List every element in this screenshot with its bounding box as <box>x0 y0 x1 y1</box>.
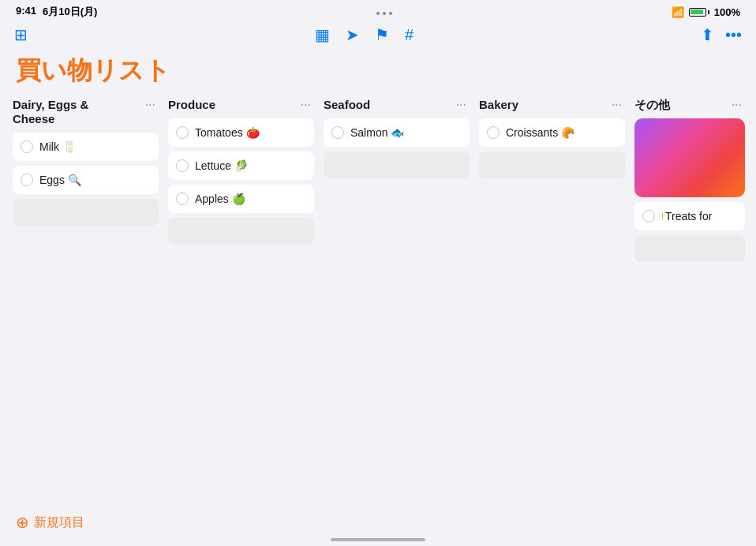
new-item-label: 新規項目 <box>34 514 84 531</box>
column-seafood: Seafood···Salmon 🐟 <box>324 98 470 502</box>
sidebar-toggle-button[interactable]: ⊞ <box>14 25 28 44</box>
item-checkbox[interactable] <box>176 126 189 139</box>
list-item <box>324 151 470 178</box>
battery-fill <box>691 9 703 14</box>
status-bar: 9:41 6月10日(月) 📶 100% <box>0 0 756 22</box>
column-menu-other[interactable]: ··· <box>728 98 745 112</box>
list-item <box>13 199 159 226</box>
page-title: 買い物リスト <box>0 49 756 98</box>
toolbar: ⊞ ▦ ➤ ⚑ # ⬆ ••• <box>0 22 756 49</box>
column-other: その他···!Treats for <box>634 98 745 502</box>
dot3 <box>389 12 392 15</box>
column-produce: Produce···Tomatoes 🍅Lettuce 🥬Apples 🍏 <box>168 98 314 502</box>
status-center <box>376 9 392 15</box>
toolbar-right: ⬆ ••• <box>701 25 742 44</box>
home-indicator <box>331 538 425 541</box>
column-header-other: その他··· <box>634 98 745 112</box>
item-text: Milk 🥛 <box>39 140 76 153</box>
column-header-dairy: Dairy, Eggs & Cheese··· <box>13 98 159 126</box>
list-item <box>168 218 314 245</box>
photo-card <box>634 118 745 197</box>
list-item[interactable]: Milk 🥛 <box>13 133 159 161</box>
share-button[interactable]: ⬆ <box>701 25 714 44</box>
new-item-button[interactable]: ⊕ 新規項目 <box>16 513 84 532</box>
battery-body <box>689 8 706 17</box>
columns-container: Dairy, Eggs & Cheese···Milk 🥛Eggs 🔍Produ… <box>0 98 756 502</box>
column-header-bakery: Bakery··· <box>479 98 625 112</box>
column-header-produce: Produce··· <box>168 98 314 112</box>
column-title-seafood: Seafood <box>324 98 370 112</box>
list-item[interactable]: Apples 🍏 <box>168 185 314 213</box>
item-checkbox[interactable] <box>21 174 33 186</box>
flag-icon: ! <box>661 211 664 221</box>
toolbar-center: ▦ ➤ ⚑ # <box>315 25 414 44</box>
column-menu-dairy[interactable]: ··· <box>142 98 159 112</box>
column-title-other: その他 <box>634 98 670 112</box>
column-title-dairy: Dairy, Eggs & Cheese <box>13 98 88 126</box>
status-right: 📶 100% <box>672 6 740 18</box>
location-button[interactable]: ➤ <box>346 25 359 44</box>
item-checkbox[interactable] <box>176 159 189 172</box>
list-item <box>634 235 745 262</box>
battery-percent: 100% <box>714 6 740 18</box>
column-title-bakery: Bakery <box>479 98 518 112</box>
hash-button[interactable]: # <box>405 26 414 44</box>
list-item[interactable]: Croissants 🥐 <box>479 118 625 147</box>
item-checkbox[interactable] <box>642 210 655 223</box>
flag-button[interactable]: ⚑ <box>375 25 389 44</box>
column-menu-produce[interactable]: ··· <box>298 98 314 112</box>
item-text: Salmon 🐟 <box>350 126 404 139</box>
dot1 <box>376 12 380 15</box>
item-checkbox[interactable] <box>331 126 344 139</box>
status-date: 6月10日(月) <box>43 5 97 19</box>
battery-cap <box>708 10 709 14</box>
column-menu-bakery[interactable]: ··· <box>608 98 625 112</box>
item-text: Eggs 🔍 <box>39 174 81 186</box>
plus-icon: ⊕ <box>16 513 29 532</box>
column-dairy: Dairy, Eggs & Cheese···Milk 🥛Eggs 🔍 <box>13 98 159 502</box>
list-item[interactable]: Lettuce 🥬 <box>168 151 314 180</box>
status-time-date: 9:41 6月10日(月) <box>16 5 97 19</box>
column-menu-seafood[interactable]: ··· <box>453 98 470 112</box>
column-title-produce: Produce <box>168 98 215 112</box>
item-checkbox[interactable] <box>487 126 500 139</box>
status-time: 9:41 <box>16 5 36 19</box>
item-text: Tomatoes 🍅 <box>195 126 260 139</box>
battery-indicator <box>689 8 709 17</box>
list-item <box>479 151 625 178</box>
list-item[interactable]: Eggs 🔍 <box>13 166 159 194</box>
dot2 <box>383 12 386 15</box>
list-item[interactable]: Tomatoes 🍅 <box>168 118 314 147</box>
grid-view-button[interactable]: ▦ <box>315 25 330 44</box>
list-item[interactable]: !Treats for <box>634 202 745 230</box>
column-header-seafood: Seafood··· <box>324 98 470 112</box>
wifi-icon: 📶 <box>672 6 684 18</box>
item-text: Lettuce 🥬 <box>195 159 248 172</box>
item-text: Apples 🍏 <box>195 193 245 205</box>
more-button[interactable]: ••• <box>725 26 742 44</box>
toolbar-left: ⊞ <box>14 25 28 44</box>
item-text: Croissants 🥐 <box>506 126 574 139</box>
list-item[interactable]: Salmon 🐟 <box>324 118 470 147</box>
item-checkbox[interactable] <box>21 140 33 153</box>
item-text: Treats for <box>665 210 712 223</box>
column-bakery: Bakery···Croissants 🥐 <box>479 98 625 502</box>
item-checkbox[interactable] <box>176 193 189 205</box>
